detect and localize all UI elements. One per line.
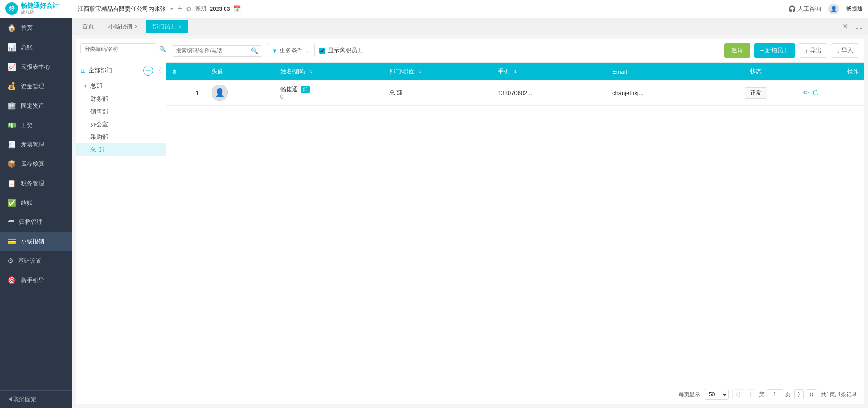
next-page-btn[interactable]: ⟩ xyxy=(794,389,804,399)
sidebar-item-reports[interactable]: 📈云报表中心 xyxy=(0,57,72,76)
tabs-bar: 首页 小畅报销 × 部门员工 × ✕ ⛶ xyxy=(72,18,868,35)
import-btn[interactable]: ↓ 导入 xyxy=(831,43,859,58)
search-input[interactable] xyxy=(176,47,248,54)
all-dept-header[interactable]: ⊞ 全部部门 ✏ 《 xyxy=(76,63,166,78)
emp-code: 0 xyxy=(280,94,378,100)
sidebar-label-tax: 税务管理 xyxy=(21,180,44,188)
company-info: 江西服宝精品有限责任公司内账张 ▼ + ⚙ 账期 2023-03 📅 xyxy=(78,4,788,14)
main-layout: 🏠首页📊总账📈云报表中心💰资金管理🏢固定资产💵工资🧾发票管理📦库存核算📋税务管理… xyxy=(0,18,868,408)
add-account-btn[interactable]: + xyxy=(178,4,183,14)
tab-expand-btn[interactable]: ⛶ xyxy=(854,21,864,32)
sidebar-item-assets[interactable]: 🏢固定资产 xyxy=(0,96,72,115)
company-name: 江西服宝精品有限责任公司内账张 xyxy=(78,5,166,13)
col-name[interactable]: 姓名/编码 ⇅ xyxy=(275,63,384,80)
tab-expense-close[interactable]: × xyxy=(135,24,138,30)
name-cell: 畅捷通 部 xyxy=(280,85,378,94)
tab-home-label: 首页 xyxy=(82,23,94,31)
sidebar-item-settings[interactable]: ⚙基础设置 xyxy=(0,251,72,270)
dept-panel: 🔍 ⊞ 全部部门 ✏ 《 xyxy=(76,39,166,404)
col-email: Email xyxy=(607,63,713,80)
support-btn[interactable]: 🎧 人工咨询 xyxy=(788,5,821,13)
sidebar-item-guide[interactable]: 🎯新手引导 xyxy=(0,270,72,290)
action-btns: ✏ ⬡ xyxy=(803,89,859,97)
tab-dept-emp-close[interactable]: × xyxy=(179,24,182,30)
edit-btn[interactable]: ✏ xyxy=(803,89,809,97)
dept-search-icon[interactable]: 🔍 xyxy=(159,46,166,52)
row-gear xyxy=(166,80,188,106)
sidebar-item-salary[interactable]: 💵工资 xyxy=(0,115,72,135)
dept-collapse-btn[interactable]: 《 xyxy=(156,67,161,75)
user-name-top[interactable]: 畅捷通 xyxy=(846,5,863,13)
emp-badge: 部 xyxy=(301,86,310,93)
sidebar-label-expense2: 小畅报销 xyxy=(21,237,44,246)
tab-dept-emp[interactable]: 部门员工 × xyxy=(146,20,188,33)
sidebar-item-expense2[interactable]: 💳小畅报销 xyxy=(0,232,72,251)
sidebar-item-home[interactable]: 🏠首页 xyxy=(0,18,72,38)
dept-child-general[interactable]: 总 部 xyxy=(76,143,166,156)
emp-table: ⚙ 头像 姓名/编码 ⇅ 部门/职位 ⇅ 手机 ⇅ Email 状态 操作 xyxy=(166,63,864,106)
first-page-btn[interactable]: ⟨⟨ xyxy=(732,389,744,399)
company-dropdown-icon[interactable]: ▼ xyxy=(170,6,174,11)
page-size-select[interactable]: 50 10 20 100 xyxy=(704,389,729,400)
page-unit: 页 xyxy=(785,390,791,399)
sidebar-icon-expense2: 💳 xyxy=(7,237,16,246)
add-employee-btn[interactable]: + 新增员工 xyxy=(754,43,795,58)
sidebar-item-funds[interactable]: 💰资金管理 xyxy=(0,76,72,96)
tab-close-btn[interactable]: ✕ xyxy=(840,21,850,32)
prev-page-btn[interactable]: ⟨ xyxy=(746,389,755,399)
employee-area: 🔍 ▼ 更多条件 ⌄ 显示离职员工 邀请 + 新增员工 xyxy=(166,39,864,404)
col-index xyxy=(188,63,206,80)
page-input[interactable] xyxy=(767,389,783,399)
sidebar-label-reports: 云报表中心 xyxy=(21,63,50,71)
pagination-bar: 每页显示 50 10 20 100 ⟨⟨ ⟨ 第 页 xyxy=(166,384,864,404)
import-icon: ↓ xyxy=(837,47,840,54)
period-value: 2023-03 xyxy=(210,6,230,12)
sidebar-item-invoice[interactable]: 🧾发票管理 xyxy=(0,135,72,154)
logo-text: 畅捷通好会计 xyxy=(21,2,59,9)
top-bar-actions: 🎧 人工咨询 👤 畅捷通 xyxy=(788,4,863,14)
dept-child-office[interactable]: 办公室 xyxy=(76,118,166,131)
tab-home[interactable]: 首页 xyxy=(76,20,100,33)
sidebar-label-salary: 工资 xyxy=(21,121,33,129)
filter-btn[interactable]: ▼ 更多条件 ⌄ xyxy=(267,44,315,57)
sidebar-icon-inventory: 📦 xyxy=(7,160,16,168)
sidebar-label-archive: 归档管理 xyxy=(19,218,42,226)
group-name-corp: 总部 xyxy=(90,82,102,90)
show-resigned-label[interactable]: 显示离职员工 xyxy=(319,47,363,55)
sidebar-icon-assets: 🏢 xyxy=(7,101,16,110)
dept-child-finance[interactable]: 财务部 xyxy=(76,93,166,105)
sidebar-icon-guide: 🎯 xyxy=(7,276,16,285)
col-gear[interactable]: ⚙ xyxy=(166,63,188,80)
invite-btn[interactable]: 邀请 xyxy=(724,43,750,58)
dept-edit-btn[interactable]: ✏ xyxy=(143,66,153,76)
sidebar-item-tax[interactable]: 📋税务管理 xyxy=(0,174,72,193)
calendar-icon[interactable]: 📅 xyxy=(233,5,241,12)
sidebar-icon-closing: ✅ xyxy=(7,199,16,207)
last-page-btn[interactable]: ⟩⟩ xyxy=(806,389,817,399)
show-resigned-checkbox[interactable] xyxy=(319,48,325,54)
search-icon[interactable]: 🔍 xyxy=(251,47,258,54)
sidebar-item-inventory[interactable]: 📦库存核算 xyxy=(0,154,72,174)
dept-child-sales[interactable]: 销售部 xyxy=(76,105,166,118)
sidebar-item-ledger[interactable]: 📊总账 xyxy=(0,38,72,57)
sidebar-icon-funds: 💰 xyxy=(7,82,16,90)
logout-btn[interactable]: ⬡ xyxy=(813,89,819,97)
sort-dept-icon: ⇅ xyxy=(418,69,421,74)
sidebar-item-closing[interactable]: ✅结账 xyxy=(0,193,72,213)
emp-table-wrap: ⚙ 头像 姓名/编码 ⇅ 部门/职位 ⇅ 手机 ⇅ Email 状态 操作 xyxy=(166,63,864,384)
export-btn[interactable]: ↑ 导出 xyxy=(799,43,827,58)
dept-search-input[interactable] xyxy=(80,43,156,54)
col-phone[interactable]: 手机 ⇅ xyxy=(492,63,607,80)
sidebar-label-assets: 固定资产 xyxy=(21,102,44,110)
import-label: 导入 xyxy=(841,47,853,55)
all-dept-label: 全部部门 xyxy=(89,66,112,75)
dept-child-procurement[interactable]: 采购部 xyxy=(76,131,166,143)
settings-icon[interactable]: ⚙ xyxy=(186,5,192,13)
dept-group-corp-header[interactable]: ▼ 总部 xyxy=(76,79,166,93)
col-dept[interactable]: 部门/职位 ⇅ xyxy=(384,63,493,80)
tab-expense[interactable]: 小畅报销 × xyxy=(102,20,144,33)
support-label: 人工咨询 xyxy=(797,5,821,13)
search-box: 🔍 xyxy=(172,45,262,57)
cancel-pin-btn[interactable]: ◀取消固定 xyxy=(0,390,72,408)
sidebar-item-archive[interactable]: 🗃归档管理 xyxy=(0,213,72,232)
